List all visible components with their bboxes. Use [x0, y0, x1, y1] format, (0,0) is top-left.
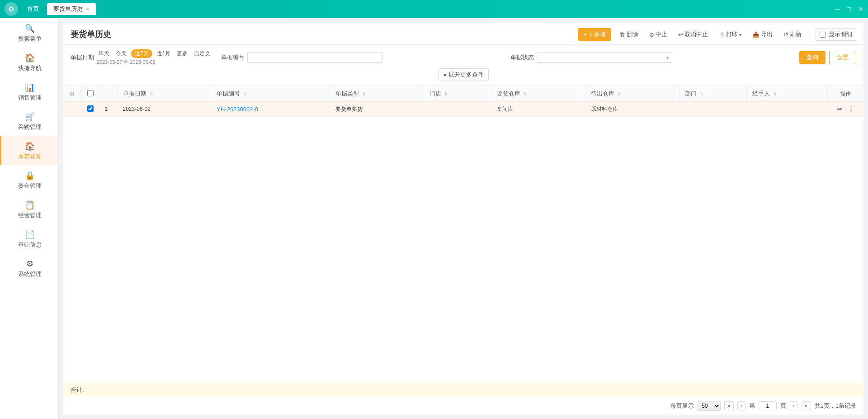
sidebar-item-purchase-label: 采购管理 — [18, 123, 42, 131]
sidebar-item-purchase[interactable]: 🛒 采购管理 — [0, 106, 58, 136]
sidebar: 🔍 搜索菜单 🏠 快捷导航 📊 销售管理 🛒 采购管理 🏠 库存核算 🔒 资金管… — [0, 18, 59, 419]
doc-status-label: 单据状态 — [510, 53, 534, 62]
col-req-warehouse-label: 要货仓库 — [497, 90, 520, 97]
row-pending-warehouse-cell: 原材料仓库 — [585, 102, 679, 117]
delete-button[interactable]: 🗑 删除 — [617, 29, 641, 40]
sidebar-item-system[interactable]: ⚙ 系统管理 — [0, 253, 58, 283]
display-detail-checkbox[interactable] — [820, 32, 826, 38]
col-doc-num[interactable]: 单据编号 ⇅ — [211, 86, 330, 102]
row-store-cell — [424, 102, 491, 117]
sort-icon-pending-warehouse: ⇅ — [618, 92, 621, 96]
col-handler-label: 经手人 — [752, 90, 770, 97]
col-pending-warehouse[interactable]: 待出仓库 ⇅ — [585, 86, 679, 102]
display-detail-label: 显示明细 — [829, 30, 852, 38]
sidebar-item-baseinfo-label: 基础信息 — [18, 241, 42, 249]
pagination: 每页显示 20 50 100 200 « ‹ 第 页 › » 共1页，1条记录 — [63, 397, 863, 414]
baseinfo-icon: 📄 — [25, 230, 35, 238]
display-detail-button[interactable]: 显示明细 — [816, 28, 856, 41]
query-button[interactable]: 查询 — [799, 51, 826, 64]
window-controls: ─ □ ✕ — [835, 5, 863, 13]
new-button[interactable]: + + 新增 — [578, 28, 611, 41]
row-more-icon[interactable]: ⋮ — [846, 104, 856, 114]
minimize-icon[interactable]: ─ — [835, 5, 840, 13]
filter-area: 单据日期 昨天 今天 近7天 近1月 更多 自定义 2023-05-27 至 2… — [63, 45, 863, 86]
row-doc-date-cell: 2023-06-02 — [117, 102, 211, 117]
sidebar-item-search[interactable]: 🔍 搜索菜单 — [0, 18, 58, 48]
cancel-stop-icon: ↩ — [678, 31, 683, 38]
tab-requisition-history[interactable]: 要货单历史 ✕ — [47, 3, 96, 15]
col-doc-date[interactable]: 单据日期 ⇅ — [117, 86, 211, 102]
page-size-select[interactable]: 20 50 100 200 — [698, 401, 721, 411]
table-header-row: ⚙ 单据日期 ⇅ 单据编号 — [63, 86, 863, 102]
date-btn-1month[interactable]: 近1月 — [155, 49, 173, 58]
select-all-checkbox[interactable] — [87, 90, 94, 96]
export-label: 导出 — [761, 30, 773, 38]
sidebar-item-sales-label: 销售管理 — [18, 94, 42, 102]
doc-num-filter: 单据编号 — [221, 52, 501, 63]
sort-icon-handler: ⇅ — [773, 92, 777, 96]
toolbar: + + 新增 🗑 删除 ⊘ 中止 ↩ 取消中止 — [578, 28, 856, 41]
sidebar-item-quicknav[interactable]: 🏠 快捷导航 — [0, 48, 58, 77]
settings-button[interactable]: 设置 — [829, 51, 856, 64]
stop-button[interactable]: ⊘ 中止 — [646, 29, 670, 40]
row-edit-icon[interactable]: ✏ — [835, 104, 844, 114]
doc-num-input[interactable] — [247, 52, 383, 63]
maximize-icon[interactable]: □ — [847, 5, 851, 13]
date-shortcuts: 昨天 今天 近7天 近1月 更多 自定义 — [97, 49, 212, 58]
col-store[interactable]: 门店 ⇅ — [424, 86, 491, 102]
col-req-warehouse[interactable]: 要货仓库 ⇅ — [491, 86, 585, 102]
prev-page-button[interactable]: ‹ — [737, 401, 745, 410]
table-row[interactable]: 1 2023-06-02 YH-20230602-0 要货单要货 车间库 原材料… — [63, 102, 863, 117]
col-handler[interactable]: 经手人 ⇅ — [746, 86, 827, 102]
next-page-button[interactable]: › — [790, 401, 798, 410]
date-btn-7days[interactable]: 近7天 — [131, 49, 152, 58]
doc-num-label: 单据编号 — [221, 53, 245, 62]
col-department[interactable]: 部门 ⇅ — [679, 86, 746, 102]
row-settings-cell — [63, 102, 81, 117]
query-btn-group: 查询 设置 — [799, 51, 856, 64]
cancel-stop-button[interactable]: ↩ 取消中止 — [675, 29, 711, 40]
refresh-button[interactable]: ↺ 刷新 — [781, 29, 804, 40]
date-btn-yesterday[interactable]: 昨天 — [97, 49, 111, 58]
date-range-display: 2023-05-27 至 2023-06-02 — [97, 59, 212, 66]
col-doc-date-label: 单据日期 — [123, 90, 146, 97]
sidebar-item-finance[interactable]: 🔒 资金管理 — [0, 165, 58, 195]
sidebar-item-operations[interactable]: 📋 经营管理 — [0, 195, 58, 224]
date-btn-more[interactable]: 更多 — [175, 49, 189, 58]
row-doc-num-cell: YH-20230602-0 — [211, 102, 330, 117]
col-settings: ⚙ — [63, 86, 81, 102]
delete-icon: 🗑 — [619, 31, 625, 38]
inventory-icon: 🏠 — [25, 142, 35, 150]
date-filter: 单据日期 昨天 今天 近7天 近1月 更多 自定义 2023-05-27 至 2… — [71, 49, 212, 66]
date-btn-custom[interactable]: 自定义 — [192, 49, 212, 58]
new-label: + 新增 — [589, 30, 606, 38]
column-settings-icon[interactable]: ⚙ — [69, 90, 75, 97]
row-department-cell — [679, 102, 746, 117]
row-checkbox-cell — [81, 102, 99, 117]
doc-status-input[interactable] — [537, 52, 672, 63]
close-icon[interactable]: ✕ — [858, 5, 863, 13]
quick-nav-icon: 🏠 — [25, 54, 35, 62]
tab-list: 首页 要货单历史 ✕ — [21, 3, 835, 15]
sidebar-item-baseinfo[interactable]: 📄 基础信息 — [0, 224, 58, 253]
last-page-button[interactable]: » — [802, 401, 811, 410]
finance-icon: 🔒 — [25, 171, 35, 180]
export-icon: 📤 — [752, 31, 760, 38]
print-button[interactable]: 🖨 打印 ▾ — [716, 29, 744, 40]
sidebar-item-sales[interactable]: 📊 销售管理 — [0, 77, 58, 106]
sidebar-item-inventory[interactable]: 🏠 库存核算 — [0, 136, 58, 165]
tab-close-icon[interactable]: ✕ — [85, 6, 90, 12]
page-number-input[interactable] — [759, 401, 777, 410]
expand-more-button[interactable]: ▾ 展开更多条件 — [439, 68, 489, 81]
content-area: 要货单历史 + + 新增 🗑 删除 ⊘ 中止 ↩ — [59, 18, 868, 419]
col-pending-warehouse-label: 待出仓库 — [591, 90, 614, 97]
delete-label: 删除 — [627, 30, 638, 38]
tab-home[interactable]: 首页 — [21, 3, 45, 15]
export-button[interactable]: 📤 导出 — [750, 29, 775, 40]
doc-num-link[interactable]: YH-20230602-0 — [217, 106, 258, 113]
date-btn-today[interactable]: 今天 — [114, 49, 128, 58]
col-doc-type[interactable]: 单据类型 ⇅ — [330, 86, 424, 102]
row-checkbox[interactable] — [87, 105, 94, 112]
operations-icon: 📋 — [25, 201, 35, 209]
first-page-button[interactable]: « — [724, 401, 734, 410]
